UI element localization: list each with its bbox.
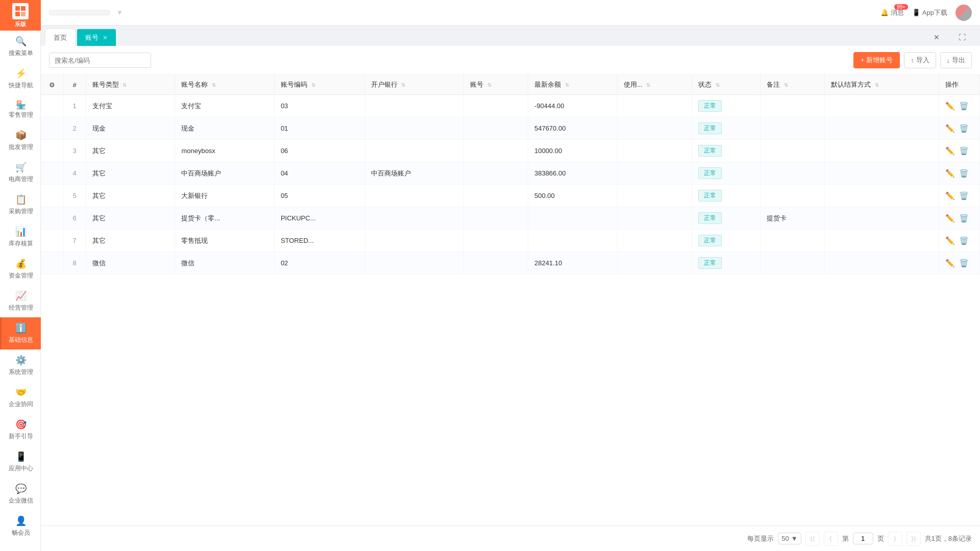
cell-type: 微信 xyxy=(86,252,175,274)
cell-name: 大新银行 xyxy=(175,185,274,207)
delete-icon[interactable]: 🗑️ xyxy=(959,214,969,223)
delete-icon[interactable]: 🗑️ xyxy=(959,259,969,268)
sort-icon: ⇅ xyxy=(122,82,127,88)
cell-index: 6 xyxy=(63,207,86,230)
wechat-icon: 💬 xyxy=(15,483,27,494)
cell-status: 正常 xyxy=(692,230,761,252)
sidebar-item-agreement[interactable]: 🤝 企业协同 xyxy=(0,382,41,414)
cell-default-settlement xyxy=(824,162,939,185)
cell-code: 02 xyxy=(274,252,364,274)
delete-icon[interactable]: 🗑️ xyxy=(959,191,969,201)
svg-rect-0 xyxy=(15,6,20,11)
col-type-label: 账号类型 xyxy=(92,81,119,88)
col-default-settlement[interactable]: 默认结算方式 ⇅ xyxy=(824,75,939,95)
export-label: 导出 xyxy=(952,56,965,65)
col-remark[interactable]: 备注 ⇅ xyxy=(761,75,825,95)
main-area: ▼ 🔔 消息 99+ 📱 App下载 首页 账号 ✕ ✕ ⛶ xyxy=(41,0,980,551)
tab-close-icon[interactable]: ✕ xyxy=(103,34,108,41)
col-balance[interactable]: 最新余额 ⇅ xyxy=(528,75,617,95)
col-settings[interactable]: ⚙ xyxy=(41,75,63,95)
edit-icon[interactable]: ✏️ xyxy=(945,191,955,201)
sidebar-item-operations[interactable]: 📈 经营管理 xyxy=(0,285,41,317)
sidebar-item-finance[interactable]: 💰 资金管理 xyxy=(0,253,41,285)
edit-icon[interactable]: ✏️ xyxy=(945,214,955,223)
page-prev-button[interactable]: ⟨ xyxy=(824,532,838,546)
minimize-button[interactable]: ✕ xyxy=(925,30,948,45)
cell-type: 其它 xyxy=(86,230,175,252)
sidebar-item-inventory[interactable]: 📊 库存核算 xyxy=(0,221,41,253)
maximize-button[interactable]: ⛶ xyxy=(950,30,974,45)
delete-icon[interactable]: 🗑️ xyxy=(959,236,969,245)
cell-default-settlement xyxy=(824,207,939,230)
tab-home[interactable]: 首页 xyxy=(45,29,76,46)
tab-account[interactable]: 账号 ✕ xyxy=(77,29,116,46)
add-account-button[interactable]: + 新增账号 xyxy=(853,52,900,68)
edit-icon[interactable]: ✏️ xyxy=(945,236,955,245)
topbar-search[interactable] xyxy=(49,10,110,15)
cell-remark xyxy=(761,95,825,117)
edit-icon[interactable]: ✏️ xyxy=(945,102,955,111)
topbar: ▼ 🔔 消息 99+ 📱 App下载 xyxy=(41,0,980,26)
sidebar-item-wholesale[interactable]: 📦 批发管理 xyxy=(0,124,41,157)
delete-icon[interactable]: 🗑️ xyxy=(959,169,969,178)
cell-actions: ✏️ 🗑️ xyxy=(939,207,980,230)
col-default-settlement-label: 默认结算方式 xyxy=(831,81,871,88)
search-input[interactable] xyxy=(50,54,145,67)
page-last-button[interactable]: ⟩⟩ xyxy=(906,532,921,546)
tab-home-label: 首页 xyxy=(54,33,67,42)
page-next-button[interactable]: ⟩ xyxy=(888,532,902,546)
sidebar-item-system[interactable]: ⚙️ 系统管理 xyxy=(0,349,41,382)
search-button[interactable]: 🔍 xyxy=(145,53,151,67)
sidebar-item-wechat[interactable]: 💬 企业微信 xyxy=(0,478,41,510)
col-status[interactable]: 状态 ⇅ xyxy=(692,75,761,95)
col-code[interactable]: 账号编码 ⇅ xyxy=(274,75,364,95)
col-account[interactable]: 账号 ⇅ xyxy=(464,75,528,95)
edit-icon[interactable]: ✏️ xyxy=(945,146,955,156)
page-input[interactable] xyxy=(853,533,873,544)
delete-icon[interactable]: 🗑️ xyxy=(959,146,969,156)
page-first-button[interactable]: ⟨⟨ xyxy=(805,532,820,546)
cell-remark xyxy=(761,117,825,140)
sidebar-item-guide[interactable]: 🎯 新手引导 xyxy=(0,414,41,446)
phone-icon: 📱 xyxy=(912,9,920,16)
col-type[interactable]: 账号类型 ⇅ xyxy=(86,75,175,95)
settings-icon[interactable]: ⚙ xyxy=(49,81,55,89)
table-row: 1 支付宝 支付宝 03 -90444.00 正常 ✏️ 🗑️ xyxy=(41,95,980,117)
delete-icon[interactable]: 🗑️ xyxy=(959,124,969,133)
guide-icon: 🎯 xyxy=(15,419,27,430)
sidebar-item-retail[interactable]: 🏪 零售管理 xyxy=(0,95,41,124)
logo-icon xyxy=(12,3,29,19)
topbar-dropdown-icon[interactable]: ▼ xyxy=(116,9,123,16)
sidebar: 乐版 🔍 搜索菜单 ⚡ 快捷导航 🏪 零售管理 📦 批发管理 🛒 电商管理 📋 … xyxy=(0,0,41,551)
col-name[interactable]: 账号名称 ⇅ xyxy=(175,75,274,95)
status-badge: 正常 xyxy=(698,212,722,224)
import-button[interactable]: ↑ 导入 xyxy=(904,52,936,68)
col-usage[interactable]: 使用... ⇅ xyxy=(617,75,692,95)
sidebar-item-member[interactable]: 👤 畅会员 xyxy=(0,510,41,542)
sidebar-item-quicknav[interactable]: ⚡ 快捷导航 xyxy=(0,63,41,95)
search-box[interactable]: 🔍 xyxy=(49,53,151,68)
notification-button[interactable]: 🔔 消息 99+ xyxy=(880,8,904,17)
col-bank[interactable]: 开户银行 ⇅ xyxy=(364,75,463,95)
col-bank-label: 开户银行 xyxy=(371,81,398,88)
cell-balance: 383866.00 xyxy=(528,162,617,185)
sidebar-item-purchase[interactable]: 📋 采购管理 xyxy=(0,189,41,221)
per-page-select[interactable]: 50 ▼ xyxy=(778,533,801,544)
cell-actions: ✏️ 🗑️ xyxy=(939,117,980,140)
delete-icon[interactable]: 🗑️ xyxy=(959,102,969,111)
sidebar-item-basic[interactable]: ℹ️ 基础信息 xyxy=(0,317,41,349)
user-avatar[interactable] xyxy=(955,5,972,21)
sort-icon: ⇅ xyxy=(646,82,650,88)
edit-icon[interactable]: ✏️ xyxy=(945,169,955,178)
edit-icon[interactable]: ✏️ xyxy=(945,259,955,268)
edit-icon[interactable]: ✏️ xyxy=(945,124,955,133)
app-download-button[interactable]: 📱 App下载 xyxy=(912,8,947,17)
sidebar-item-search[interactable]: 🔍 搜索菜单 xyxy=(0,31,41,63)
cell-balance xyxy=(528,230,617,252)
table-row: 8 微信 微信 02 28241.10 正常 ✏️ 🗑️ xyxy=(41,252,980,274)
cell-account xyxy=(464,95,528,117)
cell-account xyxy=(464,117,528,140)
sidebar-item-appcenter[interactable]: 📱 应用中心 xyxy=(0,446,41,478)
sidebar-item-ecommerce[interactable]: 🛒 电商管理 xyxy=(0,157,41,189)
export-button[interactable]: ↓ 导出 xyxy=(940,52,972,68)
